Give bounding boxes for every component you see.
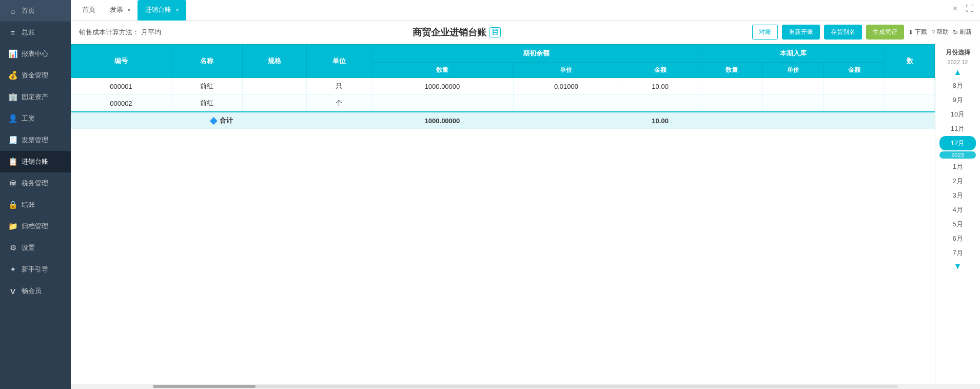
funds-icon: 💰 <box>8 71 17 80</box>
col-sub-qty-in: 数量 <box>701 63 762 78</box>
main-area: × ⛶ 首页 发票 × 进销台账 × 销售成本计算方法： 月平均 商贸企业进销台… <box>71 0 980 389</box>
tab-purchase-sales[interactable]: 进销台账 × <box>138 0 186 21</box>
month-item-9[interactable]: 9月 <box>935 93 980 107</box>
month-item-7[interactable]: 7月 <box>935 246 980 260</box>
total-extra <box>885 112 935 129</box>
sidebar-item-invoice-mgr[interactable]: 🧾 发票管理 <box>0 129 71 151</box>
month-item-11[interactable]: 11月 <box>935 122 980 136</box>
col-header-opening: 期初余额 <box>371 45 701 63</box>
month-scroll-up[interactable]: ▲ <box>935 66 980 79</box>
table-row: 000001 前红 只 1000.00000 0.01000 10.00 <box>71 78 935 95</box>
total-price-open <box>513 112 619 129</box>
col-header-unit: 单位 <box>307 45 371 78</box>
col-header-id: 编号 <box>71 45 171 78</box>
cost-method-label: 销售成本计算方法： <box>79 28 139 37</box>
sidebar-item-salary[interactable]: 👤 工资 <box>0 108 71 129</box>
tab-invoice[interactable]: 发票 × <box>103 0 138 21</box>
sidebar-item-home[interactable]: ⌂ 首页 <box>0 0 71 22</box>
download-button[interactable]: ⬇ 下载 <box>908 28 927 36</box>
archive-icon: 📁 <box>8 222 17 231</box>
col-sub-price-in: 单价 <box>762 63 824 78</box>
help-button[interactable]: ? 帮助 <box>931 28 949 36</box>
sidebar-item-label: 进销台账 <box>22 157 48 166</box>
month-item-8[interactable]: 8月 <box>935 79 980 93</box>
total-row: 🔷 合计 1000.00000 10.00 <box>71 112 935 129</box>
home-icon: ⌂ <box>8 7 17 15</box>
page-title-area: 商贸企业进销台账 目 <box>165 26 748 38</box>
window-controls: × ⛶ <box>951 3 976 14</box>
month-scroll-down[interactable]: ▼ <box>935 260 980 273</box>
cell-id: 000001 <box>71 78 171 95</box>
window-maximize-button[interactable]: ⛶ <box>964 3 976 14</box>
cell-price-in <box>762 95 824 112</box>
save-alias-button[interactable]: 存货别名 <box>824 25 862 40</box>
sidebar-item-archive[interactable]: 📁 归档管理 <box>0 216 71 237</box>
year-2022-label: 2022.12 <box>935 58 980 66</box>
sidebar-item-assets[interactable]: 🏢 固定资产 <box>0 86 71 108</box>
tab-purchase-sales-close[interactable]: × <box>175 7 179 13</box>
title-info-icon[interactable]: 目 <box>489 27 501 37</box>
table-area: 编号 名称 规格 单位 期初余额 本期入库 数 数量 单价 金额 数量 单价 <box>71 44 935 384</box>
total-qty-open: 1000.00000 <box>371 112 513 129</box>
cell-name: 前红 <box>171 78 242 95</box>
guide-icon: ✦ <box>8 265 17 274</box>
total-text: 合计 <box>220 116 233 125</box>
help-icon: ? <box>931 29 935 36</box>
sidebar-item-vip[interactable]: V 畅会员 <box>0 280 71 302</box>
cell-qty-open <box>371 95 513 112</box>
month-item-5[interactable]: 5月 <box>935 217 980 231</box>
sidebar-item-reports[interactable]: 📊 报表中心 <box>0 43 71 65</box>
total-price-in <box>762 112 824 129</box>
sidebar-item-close-accounts[interactable]: 🔒 结账 <box>0 194 71 216</box>
sidebar-item-ledger[interactable]: ≡ 总账 <box>0 22 71 43</box>
month-item-6[interactable]: 6月 <box>935 231 980 246</box>
reconcile-button[interactable]: 对账 <box>752 25 778 40</box>
col-header-inbound: 本期入库 <box>701 45 885 63</box>
sidebar-item-settings[interactable]: ⚙ 设置 <box>0 237 71 259</box>
month-panel: 月份选择 2022.12 ▲ 8月 9月 10月 11月 12月 2023 1月… <box>935 44 980 384</box>
bottom-scrollbar[interactable] <box>71 384 980 389</box>
sidebar-item-label: 设置 <box>22 243 35 252</box>
sidebar-item-funds[interactable]: 💰 资金管理 <box>0 65 71 86</box>
reopen-button[interactable]: 重新开账 <box>782 25 820 40</box>
cell-unit: 个 <box>307 95 371 112</box>
tab-invoice-close[interactable]: × <box>127 7 130 13</box>
month-item-2[interactable]: 2月 <box>935 174 980 188</box>
download-icon: ⬇ <box>908 29 913 36</box>
cell-price-open: 0.01000 <box>513 78 619 95</box>
month-item-10[interactable]: 10月 <box>935 107 980 122</box>
assets-icon: 🏢 <box>8 92 17 102</box>
generate-voucher-button[interactable]: 生成凭证 <box>866 25 904 40</box>
sidebar-item-label: 税务管理 <box>22 179 48 188</box>
month-item-4[interactable]: 4月 <box>935 203 980 217</box>
cell-id: 000002 <box>71 95 171 112</box>
invoice-mgr-icon: 🧾 <box>8 135 17 145</box>
tab-home[interactable]: 首页 <box>75 0 103 21</box>
month-item-3[interactable]: 3月 <box>935 188 980 203</box>
cell-extra <box>885 78 935 95</box>
scroll-thumb <box>153 385 256 388</box>
sidebar-item-label: 发票管理 <box>22 135 48 145</box>
refresh-button[interactable]: ↻ 刷新 <box>953 28 972 36</box>
tab-purchase-sales-label: 进销台账 <box>145 5 171 14</box>
tab-home-label: 首页 <box>82 5 95 14</box>
total-icon: 🔷 <box>209 117 218 125</box>
sidebar-item-label: 首页 <box>22 6 35 15</box>
total-qty-in <box>701 112 762 129</box>
sidebar-item-purchase-sales[interactable]: 📋 进销台账 <box>0 151 71 172</box>
close-accounts-icon: 🔒 <box>8 200 17 209</box>
month-item-12[interactable]: 12月 <box>939 136 976 150</box>
reports-icon: 📊 <box>8 49 17 59</box>
sidebar-item-label: 总账 <box>22 28 35 37</box>
sidebar-item-tax[interactable]: 🏛 税务管理 <box>0 172 71 194</box>
cell-spec <box>242 95 307 112</box>
sidebar-item-guide[interactable]: ✦ 新手引导 <box>0 259 71 280</box>
month-item-1[interactable]: 1月 <box>935 160 980 174</box>
scroll-track <box>153 385 898 388</box>
sidebar-item-label: 畅会员 <box>22 286 42 296</box>
cost-method-info: 销售成本计算方法： 月平均 <box>79 28 161 37</box>
col-sub-price-open: 单价 <box>513 63 619 78</box>
content-area: 编号 名称 规格 单位 期初余额 本期入库 数 数量 单价 金额 数量 单价 <box>71 44 980 384</box>
window-close-button[interactable]: × <box>951 3 959 14</box>
tabs-bar: 首页 发票 × 进销台账 × <box>71 0 980 21</box>
